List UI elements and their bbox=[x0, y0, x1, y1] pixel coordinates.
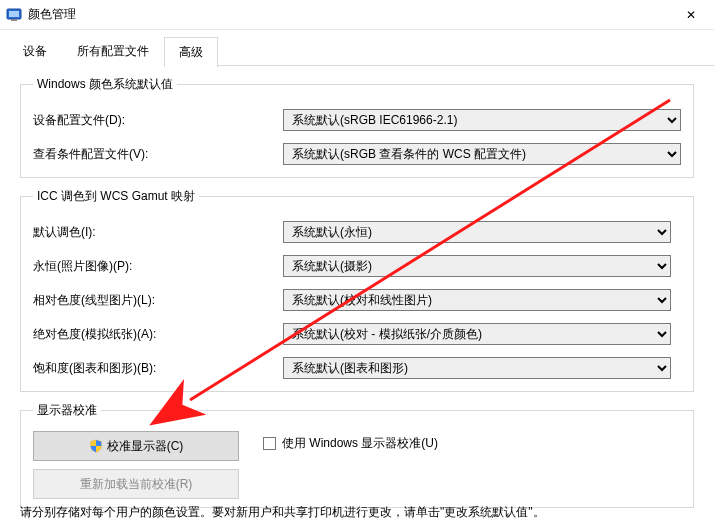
row-perpetual: 永恒(照片图像)(P): 系统默认(摄影) bbox=[33, 249, 681, 283]
group-icc-mapping: ICC 调色到 WCS Gamut 映射 默认调色(I): 系统默认(永恒) 永… bbox=[20, 188, 694, 392]
row-absolute-colorimetric: 绝对色度(模拟纸张)(A): 系统默认(校对 - 模拟纸张/介质颜色) bbox=[33, 317, 681, 351]
tab-panel-advanced: Windows 颜色系统默认值 设备配置文件(D): 系统默认(sRGB IEC… bbox=[0, 66, 714, 508]
row-relative-colorimetric: 相对色度(线型图片)(L): 系统默认(校对和线性图片) bbox=[33, 283, 681, 317]
use-windows-calibration-label: 使用 Windows 显示器校准(U) bbox=[282, 435, 438, 452]
window-title: 颜色管理 bbox=[28, 6, 668, 23]
label-absolute-colorimetric: 绝对色度(模拟纸张)(A): bbox=[33, 326, 283, 343]
close-icon: ✕ bbox=[686, 8, 696, 22]
select-default-map[interactable]: 系统默认(永恒) bbox=[283, 221, 671, 243]
label-saturation: 饱和度(图表和图形)(B): bbox=[33, 360, 283, 377]
uac-shield-icon bbox=[89, 439, 103, 453]
row-device-profile: 设备配置文件(D): 系统默认(sRGB IEC61966-2.1) bbox=[33, 103, 681, 137]
svg-rect-1 bbox=[9, 11, 19, 17]
titlebar: 颜色管理 ✕ bbox=[0, 0, 714, 30]
group-windows-defaults-legend: Windows 颜色系统默认值 bbox=[33, 76, 177, 93]
close-button[interactable]: ✕ bbox=[668, 0, 714, 30]
group-windows-defaults: Windows 颜色系统默认值 设备配置文件(D): 系统默认(sRGB IEC… bbox=[20, 76, 694, 178]
tab-divider bbox=[218, 36, 714, 66]
row-default-map: 默认调色(I): 系统默认(永恒) bbox=[33, 215, 681, 249]
select-device-profile[interactable]: 系统默认(sRGB IEC61966-2.1) bbox=[283, 109, 681, 131]
calibrate-display-button[interactable]: 校准显示器(C) bbox=[33, 431, 239, 461]
group-display-calibration: 显示器校准 校准显示器(C) 重新加载当前校准(R) bbox=[20, 402, 694, 508]
row-saturation: 饱和度(图表和图形)(B): 系统默认(图表和图形) bbox=[33, 351, 681, 385]
select-relative-colorimetric[interactable]: 系统默认(校对和线性图片) bbox=[283, 289, 671, 311]
tab-devices[interactable]: 设备 bbox=[8, 36, 62, 66]
select-absolute-colorimetric[interactable]: 系统默认(校对 - 模拟纸张/介质颜色) bbox=[283, 323, 671, 345]
group-icc-legend: ICC 调色到 WCS Gamut 映射 bbox=[33, 188, 199, 205]
reload-calibration-button[interactable]: 重新加载当前校准(R) bbox=[33, 469, 239, 499]
label-relative-colorimetric: 相对色度(线型图片)(L): bbox=[33, 292, 283, 309]
select-perpetual[interactable]: 系统默认(摄影) bbox=[283, 255, 671, 277]
svg-rect-2 bbox=[11, 19, 17, 21]
checkbox-icon bbox=[263, 437, 276, 450]
select-view-condition[interactable]: 系统默认(sRGB 查看条件的 WCS 配置文件) bbox=[283, 143, 681, 165]
label-perpetual: 永恒(照片图像)(P): bbox=[33, 258, 283, 275]
select-saturation[interactable]: 系统默认(图表和图形) bbox=[283, 357, 671, 379]
calibrate-display-label: 校准显示器(C) bbox=[107, 438, 184, 455]
group-calib-legend: 显示器校准 bbox=[33, 402, 101, 419]
footer-note: 请分别存储对每个用户的颜色设置。要对新用户和共享打印机进行更改，请单击"更改系统… bbox=[20, 504, 545, 521]
label-default-map: 默认调色(I): bbox=[33, 224, 283, 241]
label-view-condition: 查看条件配置文件(V): bbox=[33, 146, 283, 163]
tab-advanced[interactable]: 高级 bbox=[164, 37, 218, 67]
row-view-condition: 查看条件配置文件(V): 系统默认(sRGB 查看条件的 WCS 配置文件) bbox=[33, 137, 681, 171]
label-device-profile: 设备配置文件(D): bbox=[33, 112, 283, 129]
use-windows-calibration-checkbox[interactable]: 使用 Windows 显示器校准(U) bbox=[263, 435, 438, 452]
tab-strip: 设备 所有配置文件 高级 bbox=[8, 36, 714, 66]
reload-calibration-label: 重新加载当前校准(R) bbox=[80, 476, 193, 493]
app-icon bbox=[6, 7, 22, 23]
tab-all-profiles[interactable]: 所有配置文件 bbox=[62, 36, 164, 66]
